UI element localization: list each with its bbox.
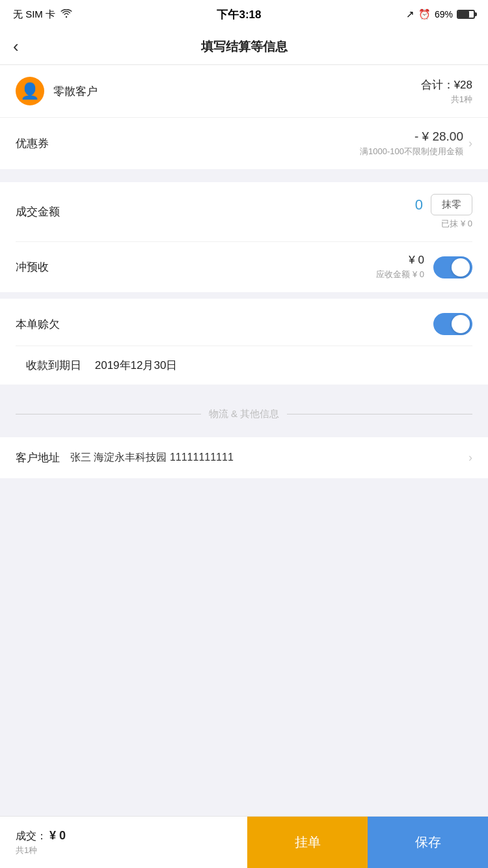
address-value: 张三 海淀永丰科技园 11111111111 <box>70 451 468 465</box>
customer-section: 👤 零散客户 合计：¥28 共1种 优惠券 - ¥ 28.00 满1000-10… <box>0 65 488 169</box>
customer-right: 合计：¥28 共1种 <box>421 77 472 105</box>
status-left: 无 SIM 卡 <box>13 8 72 21</box>
hold-button[interactable]: 挂单 <box>247 817 368 868</box>
carrier-label: 无 SIM 卡 <box>13 8 55 21</box>
address-row[interactable]: 客户地址 张三 海淀永丰科技园 11111111111 › <box>16 437 472 478</box>
total-count: 共1种 <box>421 94 472 105</box>
debt-label: 本单赊欠 <box>16 317 60 332</box>
advance-main-amount: ¥ 0 <box>376 254 424 267</box>
coupon-value: - ¥ 28.00 满1000-100不限制使用金额 <box>360 129 463 157</box>
wifi-icon <box>61 9 72 20</box>
debt-toggle[interactable] <box>433 313 472 335</box>
bottom-bar: 成交： ¥ 0 共1种 挂单 保存 <box>0 816 488 868</box>
avatar: 👤 <box>16 77 44 105</box>
bottom-deal-label: 成交： <box>16 830 47 843</box>
address-chevron-icon: › <box>468 451 472 465</box>
coupon-amount: - ¥ 28.00 <box>360 129 463 144</box>
battery-label: 69% <box>435 9 453 20</box>
location-icon: ↗ <box>406 8 414 20</box>
round-zero-button[interactable]: 抹零 <box>431 194 472 215</box>
battery-icon <box>457 10 475 19</box>
advance-amounts: ¥ 0 应收金额 ¥ 0 <box>376 254 424 280</box>
coupon-chevron-icon: › <box>468 137 472 150</box>
debt-toggle-knob <box>452 315 470 333</box>
coupon-label: 优惠券 <box>16 136 49 151</box>
advance-row: 冲预收 ¥ 0 应收金额 ¥ 0 <box>16 242 472 292</box>
divider-2 <box>0 292 488 299</box>
alarm-icon: ⏰ <box>418 8 431 20</box>
customer-left: 👤 零散客户 <box>16 77 98 105</box>
customer-name: 零散客户 <box>53 84 98 99</box>
nav-title: 填写结算等信息 <box>201 38 288 55</box>
avatar-icon: 👤 <box>20 82 40 100</box>
transaction-right: 抹零 已抹 ¥ 0 <box>397 194 472 230</box>
due-date-row: 收款到期日 2019年12月30日 <box>16 346 472 385</box>
status-bar: 无 SIM 卡 下午3:18 ↗ ⏰ 69% <box>0 0 488 29</box>
bottom-info: 成交： ¥ 0 共1种 <box>0 817 247 868</box>
transaction-row-right: 抹零 <box>397 194 472 215</box>
advance-toggle-knob <box>452 258 470 277</box>
bottom-deal-row: 成交： ¥ 0 <box>16 829 232 843</box>
bottom-spacer <box>0 478 488 537</box>
divider-line-left <box>16 414 201 414</box>
due-date-label: 收款到期日 <box>26 359 81 372</box>
debt-section: 本单赊欠 收款到期日 2019年12月30日 <box>0 299 488 385</box>
address-section: 客户地址 张三 海淀永丰科技园 11111111111 › <box>0 437 488 478</box>
coupon-right: - ¥ 28.00 满1000-100不限制使用金额 › <box>360 129 472 157</box>
bottom-deal-amount: ¥ 0 <box>49 829 66 843</box>
transaction-label: 成交金额 <box>16 204 60 219</box>
transaction-row: 成交金额 抹零 已抹 ¥ 0 <box>16 182 472 242</box>
customer-row: 👤 零散客户 合计：¥28 共1种 <box>0 65 488 117</box>
save-button[interactable]: 保存 <box>368 817 488 868</box>
logistics-section: 物流 & 其他信息 <box>0 398 488 431</box>
logistics-divider: 物流 & 其他信息 <box>16 408 472 420</box>
total-amount: 合计：¥28 <box>421 77 472 92</box>
status-time: 下午3:18 <box>217 7 261 22</box>
transaction-amount-input[interactable] <box>397 197 423 213</box>
coupon-desc: 满1000-100不限制使用金额 <box>360 146 463 157</box>
debt-row: 本单赊欠 <box>16 299 472 346</box>
advance-label: 冲预收 <box>16 260 49 275</box>
already-deducted: 已抹 ¥ 0 <box>441 218 472 230</box>
divider-3 <box>0 391 488 398</box>
address-label: 客户地址 <box>16 450 60 465</box>
advance-right: ¥ 0 应收金额 ¥ 0 <box>376 254 472 280</box>
transaction-section: 成交金额 抹零 已抹 ¥ 0 冲预收 ¥ 0 应收金额 ¥ 0 <box>0 182 488 292</box>
divider-line-right <box>287 414 472 414</box>
back-button[interactable]: ‹ <box>13 36 19 57</box>
due-date-value: 2019年12月30日 <box>95 359 178 372</box>
logistics-label: 物流 & 其他信息 <box>209 408 279 420</box>
coupon-row[interactable]: 优惠券 - ¥ 28.00 满1000-100不限制使用金额 › <box>0 117 488 169</box>
advance-toggle[interactable] <box>433 256 472 278</box>
status-right: ↗ ⏰ 69% <box>406 8 475 20</box>
bottom-count: 共1种 <box>16 845 232 856</box>
advance-sub-amount: 应收金额 ¥ 0 <box>376 269 424 280</box>
nav-bar: ‹ 填写结算等信息 <box>0 29 488 65</box>
divider-1 <box>0 176 488 182</box>
